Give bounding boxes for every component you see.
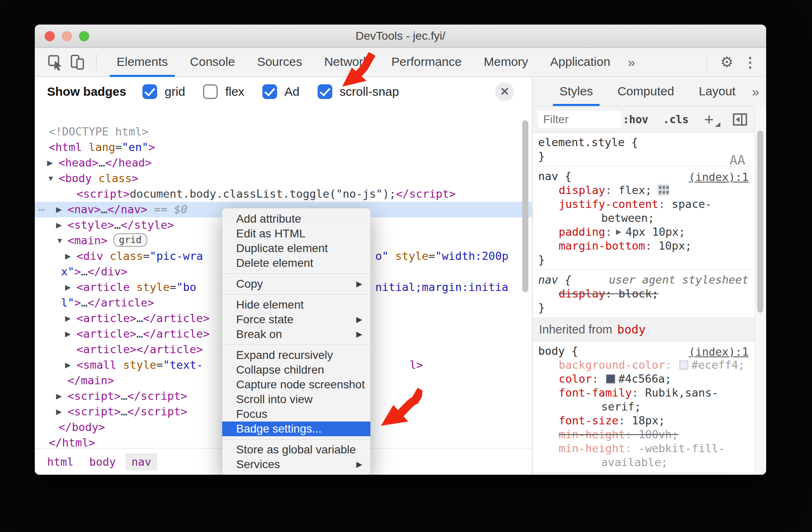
css-declaration[interactable]: font-size: 18px; (532, 414, 755, 428)
color-swatch[interactable] (606, 374, 615, 383)
toggle-element-state-button[interactable]: :hov (623, 113, 648, 126)
device-toolbar-icon[interactable] (68, 53, 86, 71)
css-declaration[interactable]: } (532, 253, 755, 267)
checkbox-checked-icon[interactable] (142, 84, 157, 99)
css-declaration[interactable]: } (532, 301, 755, 315)
badge-toggle-ad[interactable]: Ad (262, 84, 300, 99)
chevron-right-icon[interactable]: ▶ (56, 404, 62, 419)
menu-item-duplicate-element[interactable]: Duplicate element (222, 241, 370, 256)
checkbox-checked-icon[interactable] (262, 84, 277, 99)
inherited-node-link[interactable]: body (617, 322, 646, 336)
breadcrumb-body[interactable]: body (88, 453, 117, 471)
chevron-right-icon[interactable]: ▶ (65, 311, 71, 326)
dom-node-row[interactable]: ▶<head>…</head> (35, 155, 532, 171)
css-declaration[interactable]: between; (532, 211, 755, 225)
close-window-button[interactable] (45, 31, 55, 41)
chevron-right-icon[interactable]: ▶ (56, 217, 62, 233)
grid-badge[interactable]: grid (113, 233, 147, 247)
css-declaration[interactable]: justify-content: space- (532, 197, 755, 211)
css-declaration[interactable]: color: #4c566a; (532, 372, 755, 386)
css-declaration[interactable]: padding:▶4px 10px; (532, 225, 755, 239)
checkbox-checked-icon[interactable] (318, 84, 332, 99)
styles-scrollbar-thumb[interactable] (757, 131, 763, 313)
menu-item-expand-recursively[interactable]: Expand recursively (222, 348, 370, 363)
css-declaration[interactable]: available; (532, 455, 755, 469)
menu-item-services[interactable]: Services▶ (222, 457, 370, 472)
chevron-down-icon[interactable]: ▼ (47, 171, 54, 186)
color-swatch[interactable] (679, 361, 688, 370)
menu-item-focus[interactable]: Focus (222, 407, 370, 422)
chevron-right-icon[interactable]: ▶ (65, 357, 71, 373)
elements-scrollbar-thumb[interactable] (522, 120, 528, 292)
css-declaration[interactable]: element.style { (532, 135, 755, 149)
chevron-right-icon[interactable]: ▶ (47, 155, 53, 171)
css-declaration[interactable]: serif; (532, 400, 755, 414)
css-declaration[interactable]: font-family: Rubik,sans- (532, 386, 755, 400)
chevron-down-icon[interactable]: ▼ (56, 233, 63, 248)
tab-performance[interactable]: Performance (380, 48, 473, 77)
stylesheet-source-link[interactable]: (index):1 (689, 171, 749, 183)
more-sidebar-tabs-button[interactable]: » (748, 78, 763, 106)
tab-layout[interactable]: Layout (686, 77, 748, 106)
flex-editor-icon[interactable] (657, 184, 669, 196)
dom-node-row[interactable]: <!DOCTYPE html> (35, 124, 532, 140)
tab-computed[interactable]: Computed (605, 77, 686, 106)
badge-toggle-grid[interactable]: grid (142, 84, 185, 99)
tab-sources[interactable]: Sources (246, 48, 313, 77)
new-style-rule-button[interactable]: + (704, 111, 714, 128)
chevron-right-icon[interactable]: ▶ (56, 202, 62, 217)
panel-divider[interactable] (532, 77, 532, 475)
zoom-window-button[interactable] (79, 31, 89, 41)
css-declaration[interactable]: min-height: 100vh; (532, 428, 755, 442)
tab-memory[interactable]: Memory (473, 48, 539, 77)
css-declaration[interactable]: user agent stylesheetnav { (532, 273, 755, 287)
styles-scrollbar[interactable] (755, 106, 766, 475)
settings-gear-icon[interactable]: ⚙ (713, 54, 741, 71)
css-declaration[interactable]: display: block; (532, 287, 755, 301)
menu-item-scroll-into-view[interactable]: Scroll into view (222, 392, 370, 407)
menu-item-hide-element[interactable]: Hide element (222, 298, 370, 312)
badge-toggle-flex[interactable]: flex (203, 84, 244, 99)
dock-sidebar-icon[interactable] (732, 111, 748, 128)
css-declaration[interactable]: min-height: -webkit-fill- (532, 442, 755, 455)
menu-item-edit-as-html[interactable]: Edit as HTML (222, 226, 370, 241)
css-declaration[interactable]: } (532, 149, 755, 163)
chevron-right-icon[interactable]: ▶ (65, 326, 71, 342)
tab-console[interactable]: Console (179, 48, 246, 77)
code-token: padding (559, 225, 605, 238)
node-overflow-dots-icon[interactable]: ⋯ (38, 202, 45, 217)
checkbox-unchecked-icon[interactable] (203, 84, 218, 99)
dom-node-row[interactable]: <html lang="en"> (35, 140, 532, 155)
tab-application[interactable]: Application (539, 48, 621, 77)
stylesheet-source-link[interactable]: (index):1 (689, 345, 749, 358)
minimize-window-button[interactable] (62, 31, 72, 41)
breadcrumb-nav[interactable]: nav (126, 453, 157, 471)
tab-styles[interactable]: Styles (547, 77, 605, 106)
breadcrumb-html[interactable]: html (46, 453, 74, 471)
menu-item-capture-node-screenshot[interactable]: Capture node screenshot (222, 377, 370, 392)
css-declaration[interactable]: background-color: #eceff4; (532, 358, 755, 372)
css-declaration[interactable]: display: flex; (532, 183, 755, 197)
chevron-right-icon[interactable]: ▶ (65, 248, 71, 264)
chevron-right-icon[interactable]: ▶ (56, 388, 62, 404)
font-size-toggle-icon[interactable]: AA (729, 152, 745, 168)
chevron-right-icon[interactable]: ▶ (65, 280, 71, 295)
inspect-element-icon[interactable] (46, 53, 64, 71)
styles-filter-input[interactable] (538, 111, 621, 128)
menu-item-break-on[interactable]: Break on▶ (222, 327, 370, 342)
dom-node-row[interactable]: <script>document.body.classList.toggle("… (35, 186, 532, 202)
tab-elements[interactable]: Elements (106, 48, 179, 77)
menu-item-delete-element[interactable]: Delete element (222, 256, 370, 271)
more-tabs-button[interactable]: » (621, 48, 642, 76)
more-options-kebab-icon[interactable]: ⋮ (741, 54, 766, 70)
menu-item-badge-settings[interactable]: Badge settings... (222, 422, 370, 436)
css-declaration[interactable]: margin-bottom: 10px; (532, 239, 755, 253)
menu-item-copy[interactable]: Copy▶ (222, 277, 370, 291)
menu-item-collapse-children[interactable]: Collapse children (222, 363, 370, 377)
menu-item-force-state[interactable]: Force state▶ (222, 312, 370, 327)
menu-item-add-attribute[interactable]: Add attribute (222, 212, 370, 226)
close-toolbar-button[interactable]: ✕ (495, 82, 514, 101)
element-classes-button[interactable]: .cls (663, 113, 689, 126)
dom-node-row[interactable]: ▼<body class> (35, 171, 532, 186)
menu-item-store-as-global-variable[interactable]: Store as global variable (222, 442, 370, 457)
